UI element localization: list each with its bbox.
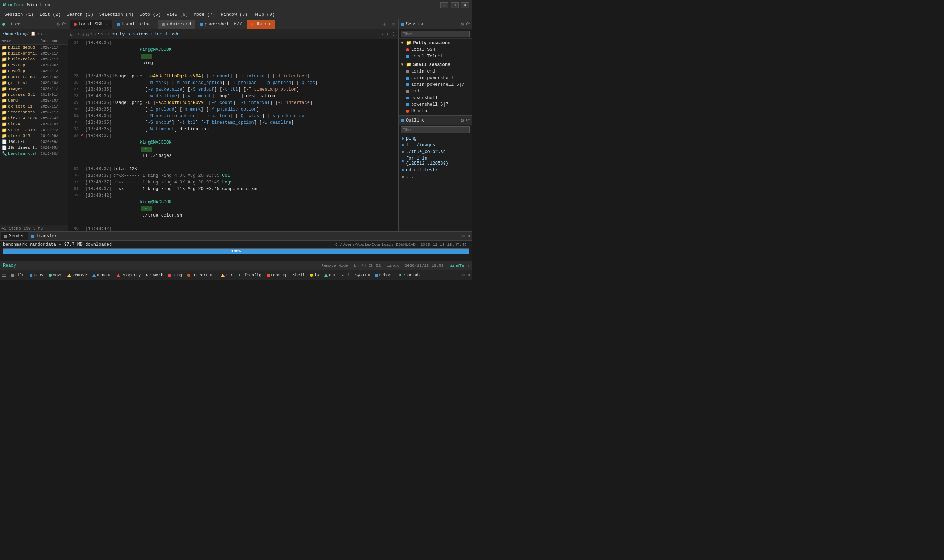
outline-dot-for [401,160,404,162]
filer-item[interactable]: 📁git-test2020/10/ [0,80,68,86]
outline-item-for[interactable]: for i in {128512..128589} [399,155,472,167]
tab-close-ssh[interactable]: ✕ [106,22,108,26]
session-item-admin-ps67[interactable]: admin:powershell 6|7 [399,82,472,88]
session-item-admin-ps[interactable]: admin:powershell [399,75,472,82]
outline-item-ping[interactable]: ping [399,135,472,142]
filer-item[interactable]: 📁vim-7.4.10792020/04/ [0,115,68,121]
toolbar-vi[interactable]: ★ vi [339,272,352,278]
filer-item[interactable]: 📄10m_lines_foo...2020/05/ [0,145,68,151]
outline-sync-icon[interactable]: ⟳ [466,117,470,123]
session-group-putty-header[interactable]: ▼ 📁 Putty sessions [399,39,472,46]
session-item-local-telnet[interactable]: Local Telnet [399,53,472,60]
maximize-button[interactable]: □ [450,2,459,8]
outline-settings-icon[interactable]: ⚙ [461,117,464,123]
toolbar-tcpdump[interactable]: tcpdump [264,272,290,278]
status-ready: Ready [3,263,16,268]
move-btn-label: Move [53,273,62,277]
filer-item[interactable]: 📁esctest2-master2020/10/ [0,74,68,80]
toolbar-crontab[interactable]: ♦ crontab [397,272,422,278]
toolbar-system[interactable]: System [353,272,372,278]
session-settings-icon[interactable]: ⚙ [461,21,464,27]
filer-item[interactable]: 📁build-debug2020/11/ [0,45,68,51]
filer-item[interactable]: 📁vim742020/10/ [0,121,68,127]
tab-ubuntu[interactable]: Ubuntu [247,20,275,29]
toolbar-ping[interactable]: ping [166,272,184,278]
menu-view[interactable]: View (6) [164,11,191,18]
filer-item[interactable]: 📁Desktop2020/06/ [0,62,68,68]
tab-admin-cmd[interactable]: admin:cmd [158,20,195,29]
session-item-cmd[interactable]: cmd [399,88,472,95]
filer-item[interactable]: 📁qx_test_112020/11/ [0,103,68,109]
filer-refresh-icon[interactable]: ↻ [41,31,43,36]
tab-local-ssh[interactable]: Local SSH ✕ [70,20,112,29]
breadcrumb-putty[interactable]: putty sessions [112,32,149,37]
session-item-ps67[interactable]: powershell 6|7 [399,101,472,108]
toolbar-reboot[interactable]: reboot [373,272,396,278]
filer-nav-icon[interactable]: → [45,32,48,36]
toolbar-copy[interactable]: Copy [27,272,45,278]
session-item-ps[interactable]: powershell [399,95,472,101]
filer-item[interactable]: 🔧benchmark.sh2019/08/ [0,151,68,157]
filer-settings-icon[interactable]: ⚙ [57,21,60,27]
toolbar-file[interactable]: File [8,272,26,278]
toolbar-menu-icon[interactable]: ☰ [2,272,6,278]
close-button[interactable]: ✕ [461,2,469,8]
toolbar-traceroute[interactable]: traceroute [185,272,218,278]
session-group-shell-header[interactable]: ▼ 📁 Shell sessions [399,61,472,68]
toolbar-mtr[interactable]: mtr [219,272,235,278]
session-item-local-ssh[interactable]: Local SSH [399,46,472,53]
toolbar-ls[interactable]: ls [308,272,321,278]
toolbar-ifconfig[interactable]: ★ ifconfig [236,272,264,278]
session-filter-input[interactable] [401,31,470,37]
toolbar-remove[interactable]: Remove [65,272,89,278]
outline-item-color[interactable]: ./true_color.sh [399,148,472,155]
filer-item[interactable]: 📁ncurses-6.12018/01/ [0,92,68,98]
outline-item-cd[interactable]: cd git-test/ [399,167,472,174]
filer-up-icon[interactable]: ↑ [37,32,40,36]
filer-item[interactable]: 📁vttest-201907102019/07/ [0,127,68,133]
tab-more-button[interactable]: ≡ [389,21,397,28]
filer-item[interactable]: 📁xterm-3482019/08/ [0,133,68,139]
toolbar-network[interactable]: Network [144,272,165,278]
filer-item[interactable]: 📁Qemu2020/10/ [0,98,68,103]
term-line-31: 31 [18:48:35] [-N nodeinfo_option] [-p p… [70,113,397,119]
menu-help[interactable]: Help (0) [250,11,278,18]
breadcrumb-local-ssh[interactable]: local ssh [154,32,179,37]
session-sync-icon[interactable]: ⟳ [466,22,470,27]
outline-item-more[interactable]: ... [399,174,472,180]
tab-local-telnet[interactable]: Local Telnet [113,20,157,29]
transfer-tab-transfer[interactable]: Transfer [28,232,60,240]
remove-btn-icon [68,274,71,277]
menu-search[interactable]: Search (3) [64,11,96,18]
minimize-button[interactable]: ─ [440,2,449,8]
toolbar-rename[interactable]: Rename [90,272,114,278]
session-item-ubuntu[interactable]: Ubuntu [399,108,472,115]
toolbar-cat[interactable]: cat [322,272,338,278]
filer-sync-icon[interactable]: ⟳ [62,22,66,27]
outline-filter-input[interactable] [401,126,470,133]
toolbar-move[interactable]: Move [46,272,65,278]
menu-goto[interactable]: Goto (5) [136,11,164,18]
terminal-content[interactable]: 24 [18:48:35] king@MACBOOK ~ ping 25 [18… [68,39,398,231]
menu-session[interactable]: Session (1) [2,11,37,18]
filer-item[interactable]: 📁Develop2020/11/ [0,68,68,74]
menu-edit[interactable]: Edit (2) [37,11,64,18]
filer-item-date: 2020/11/ [40,52,66,55]
toolbar-shell[interactable]: Shell [291,272,307,278]
filer-item[interactable]: 📁images2020/11/ [0,86,68,92]
menu-selection[interactable]: Selection (4) [96,11,137,18]
outline-item-ll[interactable]: ll ./images [399,142,472,148]
breadcrumb-ssh[interactable]: ssh [98,32,106,37]
session-item-admin-cmd[interactable]: admin:cmd [399,68,472,75]
new-tab-button[interactable]: + [381,21,388,28]
menu-window[interactable]: Window (8) [218,11,250,18]
ifconfig-btn-label: ifconfig [242,273,261,277]
filer-item[interactable]: 📁Screenshots2020/11/ [0,109,68,115]
transfer-tab-sender[interactable]: Sender [2,232,28,240]
menu-mode[interactable]: Mode (7) [191,11,218,18]
tab-powershell[interactable]: powershell 6/7 [196,20,246,29]
filer-item[interactable]: 📁build-release2020/11/ [0,56,68,62]
filer-item[interactable]: 📄100.txt2020/09/ [0,139,68,145]
toolbar-property[interactable]: Property [114,272,143,278]
filer-item[interactable]: 📁build-profile2020/11/ [0,51,68,56]
